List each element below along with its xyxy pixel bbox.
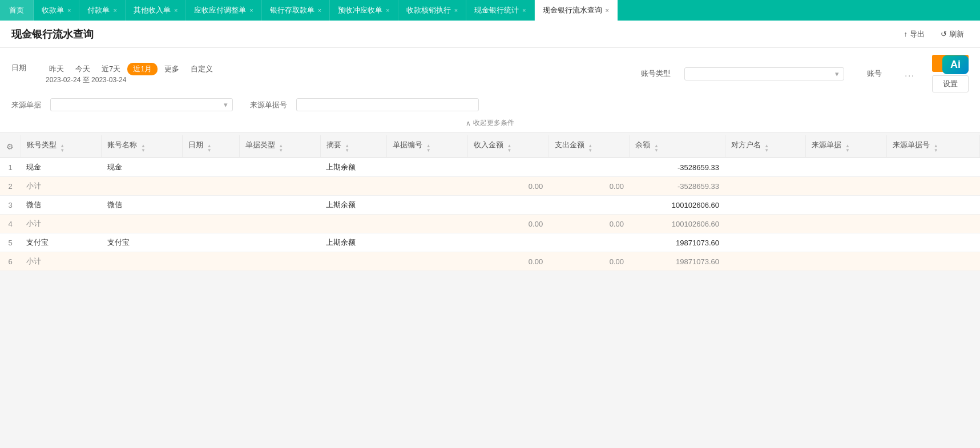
settings-button[interactable]: 设置 [932, 75, 969, 92]
tab-label: 银行存取款单 [270, 5, 314, 15]
export-icon: ↑ [904, 30, 908, 38]
gear-icon[interactable]: ⚙ [6, 142, 14, 151]
col-expense[interactable]: 支出金额 ▲▼ [549, 135, 630, 158]
table-cell: 5 [0, 233, 21, 252]
nav-tab-xianjintongji[interactable]: 现金银行统计 × [466, 0, 534, 21]
table-cell [806, 215, 887, 233]
refresh-label: 刷新 [949, 29, 964, 39]
table-cell [549, 233, 630, 252]
source-doc-no-filter: 来源单据号 [250, 98, 479, 111]
col-source-doc[interactable]: 来源单据 ▲▼ [806, 135, 887, 158]
col-date[interactable]: 日期 ▲▼ [183, 135, 240, 158]
date-opt-more[interactable]: 更多 [160, 63, 184, 75]
ai-label: Ai [950, 59, 961, 70]
nav-tab-shoukuandan[interactable]: 收款单 × [34, 0, 79, 21]
tab-close-icon[interactable]: × [522, 7, 526, 14]
table-cell [183, 158, 240, 177]
collapse-up-icon: ∧ [466, 119, 471, 127]
table-cell [725, 196, 806, 215]
tab-label: 预收冲应收单 [338, 5, 382, 15]
table-cell [183, 215, 240, 233]
ai-badge[interactable]: Ai [942, 55, 969, 74]
col-doc-type[interactable]: 单据类型 ▲▼ [239, 135, 320, 158]
nav-tab-qitashouru[interactable]: 其他收入单 × [126, 0, 186, 21]
nav-tab-shoukuanhexiao[interactable]: 收款核销执行 × [398, 0, 466, 21]
table-cell: 0.00 [549, 215, 630, 233]
nav-tab-yingshoutiaozheng[interactable]: 应收应付调整单 × [186, 0, 261, 21]
source-doc-no-input[interactable] [296, 98, 479, 111]
table-cell: 0.00 [467, 252, 549, 271]
col-doc-no[interactable]: 单据编号 ▲▼ [387, 135, 468, 158]
account-dots-button[interactable]: ... [905, 69, 915, 78]
sort-icon: ▲▼ [764, 144, 769, 153]
date-opt-custom[interactable]: 自定义 [186, 63, 217, 75]
sort-icon: ▲▼ [934, 144, 938, 153]
date-opt-1month[interactable]: 近1月 [127, 63, 158, 75]
table-header-row: ⚙ 账号类型 ▲▼ 账号名称 ▲▼ 日期 ▲▼ 单据类型 ▲▼ [0, 135, 980, 158]
tab-close-icon[interactable]: × [606, 7, 609, 14]
sort-icon: ▲▼ [141, 144, 146, 153]
date-range-value: 2023-02-24 至 2023-03-24 [46, 75, 217, 85]
table-cell [725, 215, 806, 233]
source-doc-select[interactable]: ▾ [50, 98, 233, 111]
sort-icon: ▲▼ [654, 144, 659, 153]
date-opt-today[interactable]: 今天 [71, 63, 95, 75]
table-cell [183, 196, 240, 215]
account-type-select[interactable]: ▾ [684, 67, 844, 80]
col-account-name[interactable]: 账号名称 ▲▼ [102, 135, 183, 158]
tab-close-icon[interactable]: × [174, 7, 178, 14]
table-row: 6小计0.000.0019871073.60 [0, 252, 980, 271]
page-title: 现金银行流水查询 [11, 27, 94, 41]
tab-label: 应收应付调整单 [194, 5, 246, 15]
nav-home[interactable]: 首页 [0, 0, 34, 21]
table-cell [725, 252, 806, 271]
table-cell [102, 215, 183, 233]
col-summary[interactable]: 摘要 ▲▼ [320, 135, 387, 158]
collapse-label: 收起更多条件 [473, 118, 514, 128]
tab-close-icon[interactable]: × [318, 7, 321, 14]
tab-close-icon[interactable]: × [249, 7, 253, 14]
table-cell: 0.00 [467, 177, 549, 196]
col-income[interactable]: 收入金额 ▲▼ [467, 135, 549, 158]
col-account-type[interactable]: 账号类型 ▲▼ [21, 135, 102, 158]
table-cell: 上期余额 [320, 233, 387, 252]
table-body: 1现金现金上期余额-3528659.332小计0.000.00-3528659.… [0, 158, 980, 271]
table-cell [239, 177, 320, 196]
table-cell [320, 215, 387, 233]
dropdown-icon: ▾ [835, 70, 839, 78]
col-source-doc-no[interactable]: 来源单据号 ▲▼ [887, 135, 980, 158]
header-actions: ↑ 导出 ↺ 刷新 [900, 27, 969, 42]
table-row: 4小计0.000.00100102606.60 [0, 215, 980, 233]
table-cell [725, 177, 806, 196]
nav-tab-fukuandan[interactable]: 付款单 × [79, 0, 125, 21]
nav-tab-yushouyingshou[interactable]: 预收冲应收单 × [330, 0, 398, 21]
date-opt-yesterday[interactable]: 昨天 [45, 63, 68, 75]
tab-close-icon[interactable]: × [454, 7, 458, 14]
nav-home-label: 首页 [9, 5, 24, 15]
filter-row-2: 来源单据 ▾ 来源单据号 [11, 98, 969, 111]
date-opt-7days[interactable]: 近7天 [97, 63, 125, 75]
nav-tab-yinhangcunkuan[interactable]: 银行存取款单 × [262, 0, 330, 21]
col-counterpart[interactable]: 对方户名 ▲▼ [725, 135, 806, 158]
sort-icon: ▲▼ [426, 144, 431, 153]
table-cell: 3 [0, 196, 21, 215]
table-cell: 100102606.60 [630, 196, 725, 215]
tab-close-icon[interactable]: × [386, 7, 389, 14]
col-balance[interactable]: 余额 ▲▼ [630, 135, 725, 158]
date-options: 昨天 今天 近7天 近1月 更多 自定义 [45, 63, 217, 75]
nav-tab-liushui[interactable]: 现金银行流水查询 × [535, 0, 618, 21]
table-cell [320, 252, 387, 271]
table-cell: -3528659.33 [630, 177, 725, 196]
table-cell [239, 196, 320, 215]
tab-close-icon[interactable]: × [113, 7, 116, 14]
export-button[interactable]: ↑ 导出 [900, 27, 930, 42]
table-cell [725, 233, 806, 252]
tab-close-icon[interactable]: × [67, 7, 71, 14]
table-cell: 4 [0, 215, 21, 233]
table-cell [806, 196, 887, 215]
col-gear[interactable]: ⚙ [0, 135, 21, 158]
source-doc-label: 来源单据 [11, 100, 41, 110]
filter-row-1: 日期 昨天 今天 近7天 近1月 更多 自定义 2023-02-24 至 202… [11, 55, 969, 92]
refresh-button[interactable]: ↺ 刷新 [936, 27, 969, 42]
collapse-bar[interactable]: ∧ 收起更多条件 [11, 116, 969, 128]
